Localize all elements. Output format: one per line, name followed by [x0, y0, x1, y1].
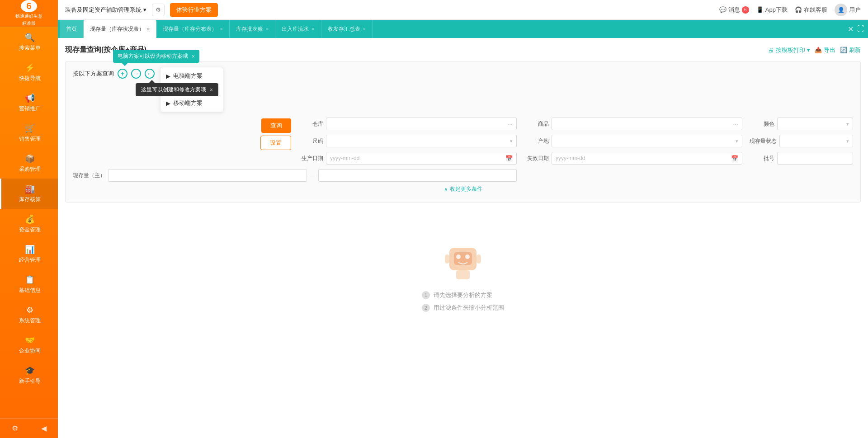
- enterprise-icon: 🤝: [25, 335, 35, 345]
- tab-close-inout-flow[interactable]: ×: [311, 26, 314, 32]
- sidebar-item-sales[interactable]: 🛒 销售管理: [0, 118, 58, 148]
- collapse-sidebar-btn[interactable]: ◀: [41, 424, 47, 433]
- stock-qty-min-input[interactable]: [108, 169, 307, 182]
- online-service-btn[interactable]: 🎧 在线客服: [795, 6, 827, 14]
- stock-qty-dash: —: [310, 172, 316, 179]
- finance-icon: 💰: [25, 214, 35, 224]
- size-dropdown-icon: ▾: [510, 138, 513, 144]
- sidebar-item-label: 经营管理: [19, 256, 41, 264]
- prod-date-placeholder: yyyy-mm-dd: [330, 155, 359, 161]
- user-label: 用户: [849, 6, 861, 14]
- color-select[interactable]: ▾: [777, 118, 853, 130]
- collapse-label: 收起更多条件: [450, 185, 482, 193]
- pc-scheme-label: 电脑端方案: [173, 72, 203, 80]
- tab-expand-btn[interactable]: ⛶: [857, 25, 864, 33]
- tab-home[interactable]: 首页: [60, 20, 84, 38]
- tooltip-green-close[interactable]: ×: [192, 53, 195, 60]
- step-2-num: 2: [422, 304, 430, 312]
- expire-date-input[interactable]: yyyy-mm-dd 📅: [552, 152, 742, 165]
- prod-date-input[interactable]: yyyy-mm-dd 📅: [326, 152, 517, 165]
- export-btn[interactable]: 📤 导出: [815, 46, 835, 54]
- sidebar-item-quick-nav[interactable]: ⚡ 快捷导航: [0, 57, 58, 88]
- system-name: 装备及固定资产辅助管理系统: [65, 6, 142, 14]
- batch-no-label: 批号: [750, 155, 774, 162]
- search-btn[interactable]: 查询: [261, 118, 291, 133]
- settings-bottom-btn[interactable]: ⚙: [12, 424, 18, 433]
- tab-recv-summary[interactable]: 收发存汇总表 ×: [321, 20, 373, 38]
- tab-inventory-status[interactable]: 现存量（库存状况表） ×: [84, 20, 156, 38]
- sidebar-item-operations[interactable]: 📊 经营管理: [0, 239, 58, 269]
- reset-btn[interactable]: 设置: [260, 136, 291, 150]
- logo-subtext: 标准版: [22, 20, 36, 27]
- stock-status-select[interactable]: ▾: [779, 135, 853, 147]
- expire-date-calendar-icon: 📅: [731, 155, 738, 162]
- sidebar-item-label: 企业协同: [19, 347, 41, 355]
- message-icon: 💬: [719, 6, 726, 13]
- svg-rect-1: [454, 252, 472, 265]
- refresh-label: 刷新: [849, 46, 861, 54]
- main-area: 装备及固定资产辅助管理系统 ▾ ⚙ 体验行业方案 💬 消息 6 📱 App下载 …: [58, 0, 868, 438]
- add-scheme-wrap: + 电脑方案可以设为移动方案哦 ×: [118, 69, 127, 79]
- sidebar-item-finance[interactable]: 💰 资金管理: [0, 209, 58, 239]
- pc-scheme-item[interactable]: ▶ 电脑端方案: [160, 69, 223, 83]
- sidebar-item-purchase[interactable]: 📦 采购管理: [0, 148, 58, 179]
- filter-fields: 仓库 ··· 商品 ··· 颜色: [73, 118, 853, 182]
- base-info-icon: 📋: [25, 275, 35, 285]
- tab-close-recv-summary[interactable]: ×: [363, 26, 366, 32]
- size-select[interactable]: ▾: [326, 135, 517, 147]
- sidebar-item-guide[interactable]: 🎓 新手引导: [0, 360, 58, 391]
- sidebar-item-enterprise[interactable]: 🤝 企业协同: [0, 330, 58, 360]
- template-print-label: 按模板打印: [776, 46, 805, 54]
- step-1-num: 1: [422, 291, 430, 299]
- sidebar-item-marketing[interactable]: 📢 营销推广: [0, 88, 58, 118]
- size-label: 尺码: [298, 137, 323, 145]
- logo-text: 畅通通好生意: [15, 13, 42, 19]
- tab-inventory-dist[interactable]: 现存量（库存分布表） ×: [156, 20, 229, 38]
- prod-date-field-row: 生产日期 yyyy-mm-dd 📅: [298, 152, 517, 165]
- user-btn[interactable]: 👤 用户: [835, 4, 861, 16]
- mobile-scheme-arrow: ▶: [166, 100, 170, 107]
- template-print-btn[interactable]: 🖨 按模板打印 ▾: [768, 46, 810, 54]
- color-field-row: 颜色 ▾: [750, 118, 853, 130]
- warehouse-select[interactable]: ···: [326, 118, 517, 130]
- message-btn[interactable]: 💬 消息 6: [719, 6, 749, 14]
- service-icon: 🎧: [795, 6, 802, 13]
- tooltip-dark-close[interactable]: ×: [210, 87, 213, 93]
- app-download-btn[interactable]: 📱 App下载: [756, 6, 788, 14]
- origin-field-row: 产地 ▾: [524, 135, 742, 147]
- system-selector[interactable]: 装备及固定资产辅助管理系统 ▾: [65, 6, 146, 14]
- tab-batch-account[interactable]: 库存批次账 ×: [230, 20, 275, 38]
- app-label: App下载: [765, 6, 788, 14]
- topbar: 装备及固定资产辅助管理系统 ▾ ⚙ 体验行业方案 💬 消息 6 📱 App下载 …: [58, 0, 868, 20]
- industry-plan-btn[interactable]: 体验行业方案: [170, 3, 218, 17]
- collapse-row[interactable]: ∧ 收起更多条件: [73, 182, 853, 197]
- goods-label: 商品: [524, 120, 549, 128]
- origin-select[interactable]: ▾: [552, 135, 742, 147]
- goods-select[interactable]: ···: [552, 118, 742, 130]
- color-label: 颜色: [750, 120, 774, 128]
- purchase-icon: 📦: [25, 154, 35, 164]
- refresh-btn[interactable]: 🔄 刷新: [840, 46, 861, 54]
- tab-close-inventory-dist[interactable]: ×: [220, 26, 222, 32]
- sidebar-item-inventory[interactable]: 🏭 库存核算: [0, 179, 58, 209]
- mobile-scheme-label: 移动端方案: [173, 99, 203, 107]
- tooltip-green-text: 电脑方案可以设为移动方案哦: [118, 52, 188, 60]
- back-scheme-tooltip: 这里可以创建和修改方案哦 ×: [136, 83, 218, 96]
- sidebar-item-label: 快捷导航: [19, 75, 41, 82]
- sidebar-item-base-info[interactable]: 📋 基础信息: [0, 269, 58, 300]
- back-scheme-btn[interactable]: ←: [145, 69, 155, 79]
- inventory-icon: 🏭: [25, 184, 35, 194]
- more-schemes-btn[interactable]: ···: [131, 69, 141, 79]
- sidebar-item-search[interactable]: 🔍 搜索菜单: [0, 27, 58, 57]
- add-scheme-btn[interactable]: +: [118, 69, 127, 79]
- settings-gear-btn[interactable]: ⚙: [152, 4, 165, 16]
- stock-qty-max-input[interactable]: [318, 169, 517, 182]
- tab-close-batch-account[interactable]: ×: [266, 26, 269, 32]
- tab-inout-flow[interactable]: 出入库流水 ×: [275, 20, 321, 38]
- mobile-scheme-item[interactable]: ▶ 移动端方案: [160, 96, 223, 110]
- tab-close-inventory-status[interactable]: ×: [147, 26, 150, 32]
- tab-minimize-btn[interactable]: ✕: [848, 25, 854, 33]
- sidebar-item-system[interactable]: ⚙ 系统管理: [0, 300, 58, 330]
- batch-no-input[interactable]: [777, 152, 853, 165]
- tooltip-dark-text: 这里可以创建和修改方案哦: [141, 86, 206, 94]
